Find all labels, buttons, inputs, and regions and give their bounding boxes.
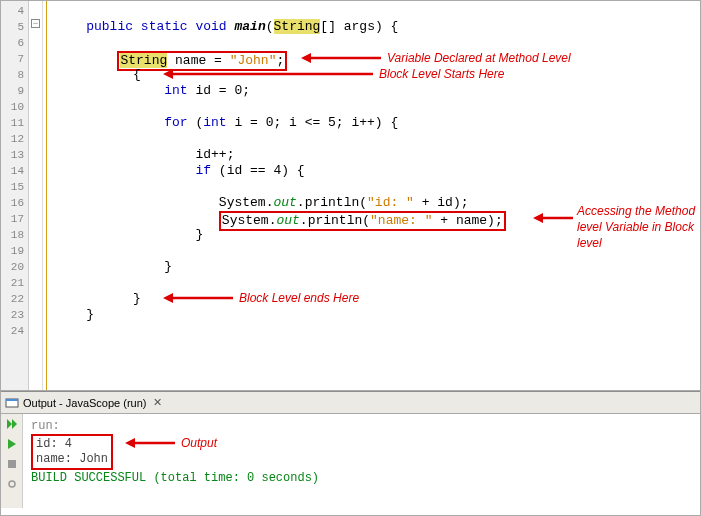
annotation-block-end: Block Level ends Here (239, 290, 359, 306)
annotation-block-start: Block Level Starts Here (379, 66, 504, 82)
line-gutter: 456789101112131415161718192021222324 (1, 1, 29, 390)
line-number: 14 (1, 163, 28, 179)
svg-marker-11 (12, 419, 17, 429)
svg-marker-5 (533, 213, 543, 223)
svg-marker-3 (163, 69, 173, 79)
line-number: 11 (1, 115, 28, 131)
line-number: 22 (1, 291, 28, 307)
line-number: 15 (1, 179, 28, 195)
svg-marker-16 (125, 438, 135, 448)
output-content[interactable]: run: id: 4name: John Output BUILD SUCCES… (23, 414, 700, 508)
line-number: 7 (1, 51, 28, 67)
line-number: 19 (1, 243, 28, 259)
svg-marker-10 (7, 419, 12, 429)
line-number: 23 (1, 307, 28, 323)
line-number: 8 (1, 67, 28, 83)
line-number: 24 (1, 323, 28, 339)
settings-icon[interactable] (5, 477, 19, 494)
output-run: run: (31, 418, 692, 434)
annotation-output: Output (181, 435, 217, 451)
line-number: 18 (1, 227, 28, 243)
line-number: 10 (1, 99, 28, 115)
collapse-icon[interactable]: − (31, 19, 40, 28)
output-panel: Output - JavaScope (run) ✕ run: id: 4nam… (1, 391, 700, 508)
line-number: 16 (1, 195, 28, 211)
line-number: 6 (1, 35, 28, 51)
svg-point-14 (9, 481, 15, 487)
line-number: 17 (1, 211, 28, 227)
run-icon[interactable] (5, 437, 19, 454)
output-build: BUILD SUCCESSFUL (total time: 0 seconds) (31, 470, 692, 486)
rerun-icon[interactable] (5, 417, 19, 434)
line-number: 5 (1, 19, 28, 35)
output-toolbar (1, 414, 23, 508)
output-tab-label[interactable]: Output - JavaScope (run) (23, 397, 147, 409)
svg-rect-9 (6, 399, 18, 401)
svg-rect-13 (8, 460, 16, 468)
code-area[interactable]: public static void main(String[] args) {… (47, 1, 700, 390)
svg-marker-7 (163, 293, 173, 303)
line-number: 21 (1, 275, 28, 291)
svg-marker-12 (8, 439, 16, 449)
close-icon[interactable]: ✕ (153, 396, 162, 409)
svg-marker-1 (301, 53, 311, 63)
output-icon (5, 396, 19, 410)
line-number: 13 (1, 147, 28, 163)
stop-icon[interactable] (5, 457, 19, 474)
fold-column[interactable]: − (29, 1, 43, 390)
code-editor[interactable]: 456789101112131415161718192021222324 − p… (1, 1, 700, 391)
output-box: id: 4name: John (31, 434, 113, 470)
line-number: 4 (1, 3, 28, 19)
line-number: 9 (1, 83, 28, 99)
output-tab-bar: Output - JavaScope (run) ✕ (1, 392, 700, 414)
line-number: 12 (1, 131, 28, 147)
annotation-var-decl: Variable Declared at Method Level (387, 50, 571, 66)
line-number: 20 (1, 259, 28, 275)
